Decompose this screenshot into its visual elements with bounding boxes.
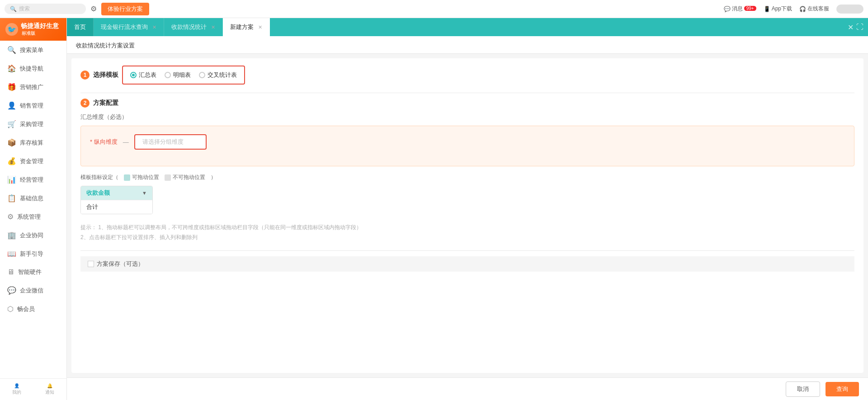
sidebar-item-operation[interactable]: 📊 经营管理 [0, 170, 66, 189]
message-icon: 💬 [724, 6, 731, 12]
search-icon: 🔍 [10, 6, 17, 12]
sidebar-item-search-menu[interactable]: 🔍 搜索菜单 [0, 41, 66, 59]
message-badge: 99+ [744, 6, 756, 11]
indicator-table-header-label: 收款金额 [86, 189, 110, 197]
legend-draggable-label: 可拖动位置 [132, 174, 159, 181]
search-bar[interactable]: 🔍 搜索 [5, 4, 86, 14]
tab-new-plan-label: 新建方案 [230, 23, 254, 31]
template-select-box: 汇总表 明细表 交叉统计表 [122, 66, 245, 85]
step2-label: 方案配置 [93, 99, 118, 107]
save-option[interactable]: 方案保存（可选） [88, 260, 847, 268]
dimension-row-label: * 纵向维度 [90, 138, 118, 146]
radio-summary-label: 汇总表 [139, 71, 156, 79]
save-checkbox[interactable] [88, 261, 94, 267]
tip2: 2、点击标题栏下拉可设置排序、插入列和删除列 [80, 233, 854, 243]
tab-new-plan-close[interactable]: ✕ [258, 24, 262, 30]
radio-summary-dot [130, 72, 137, 78]
sidebar-item-sales[interactable]: 👤 销售管理 [0, 96, 66, 115]
dimension-select[interactable]: 请选择分组维度 [134, 134, 207, 150]
sidebar-item-label: 库存核算 [20, 139, 43, 147]
sidebar-item-inventory[interactable]: 📦 库存核算 [0, 133, 66, 152]
service-label: 在线客服 [807, 5, 829, 13]
sidebar-item-label: 营销推广 [20, 83, 43, 91]
sales-icon: 👤 [7, 101, 16, 110]
close-window-icon[interactable]: ✕ [848, 23, 854, 32]
tip2-text: 2、点击标题栏下拉可设置排序、插入列和删除列 [80, 234, 198, 240]
radio-summary[interactable]: 汇总表 [130, 71, 156, 79]
tab-bank-flow-label: 现金银行流水查询 [101, 23, 148, 31]
sidebar-item-label: 新手引导 [20, 250, 43, 258]
sidebar: 🐦 畅捷通好生意 标准版 🔍 搜索菜单 🏠 快捷导航 🎁 营销推广 👤 销售管理 [0, 18, 67, 400]
top-bar-left: 🔍 搜索 ⚙ 体验行业方案 [5, 3, 724, 15]
main: 首页 现金银行流水查询 ✕ 收款情况统计 ✕ 新建方案 ✕ ✕ ⛶ 收 [67, 18, 868, 400]
purchase-icon: 🛒 [7, 120, 16, 128]
radio-detail[interactable]: 明细表 [165, 71, 191, 79]
tips-title: 提示： [80, 224, 97, 231]
maximize-icon[interactable]: ⛶ [856, 23, 863, 31]
message-label: 消息 [732, 5, 743, 13]
indicator-table: 收款金额 ▼ 合计 [80, 186, 153, 214]
tab-bank-flow[interactable]: 现金银行流水查询 ✕ [94, 18, 164, 36]
tab-collect-stats[interactable]: 收款情况统计 ✕ [164, 18, 223, 36]
sidebar-item-member[interactable]: ⬡ 畅会员 [0, 300, 66, 318]
indicator-table-cell-label: 合计 [86, 203, 98, 210]
radio-detail-label: 明细表 [173, 71, 191, 79]
settings-icon[interactable]: ⚙ [90, 5, 97, 13]
tab-home[interactable]: 首页 [67, 18, 94, 36]
sidebar-item-finance[interactable]: 💰 资金管理 [0, 152, 66, 170]
logo-text: 畅捷通好生意 标准版 [21, 22, 59, 37]
finance-icon: 💰 [7, 157, 16, 165]
sidebar-item-enterprise[interactable]: 🏢 企业协同 [0, 226, 66, 245]
top-bar-right: 💬 消息 99+ 📱 App下载 🎧 在线客服 [724, 5, 863, 14]
sidebar-item-label: 搜索菜单 [20, 46, 43, 54]
tips-area: 提示： 1、拖动标题栏可以调整布局，不可跨维度或指标区域拖动栏目字段（只能在同一… [80, 223, 854, 242]
guide-icon: 📖 [7, 249, 16, 258]
message-btn[interactable]: 💬 消息 99+ [724, 5, 756, 13]
tab-bar-controls: ✕ ⛶ [843, 23, 868, 32]
step1-title: 1 选择模板 汇总表 [80, 66, 854, 85]
cancel-button[interactable]: 取消 [786, 381, 820, 397]
dimension-arrow: — [123, 139, 129, 146]
sidebar-bottom-item2[interactable]: 🔔 通知 [45, 383, 54, 395]
step1-section: 1 选择模板 汇总表 [80, 66, 854, 85]
sidebar-item-label: 采购管理 [20, 120, 43, 128]
indicator-title-bar: 模板指标设定（ 可拖动位置 不可拖动位置 ） [80, 174, 854, 181]
logo-area: 🐦 畅捷通好生意 标准版 [0, 18, 66, 41]
search-placeholder-text: 搜索 [19, 5, 30, 13]
indicator-table-cell: 合计 [81, 200, 152, 214]
dimension-subsection: 汇总维度（必选） * 纵向维度 — 请选择分组维度 [80, 113, 854, 166]
tab-new-plan[interactable]: 新建方案 ✕ [223, 18, 270, 36]
user-avatar[interactable] [836, 5, 863, 14]
dimension-area: * 纵向维度 — 请选择分组维度 [80, 126, 854, 166]
tab-collect-stats-close[interactable]: ✕ [211, 24, 215, 30]
sidebar-item-wechat[interactable]: 💬 企业微信 [0, 281, 66, 300]
sidebar-item-purchase[interactable]: 🛒 采购管理 [0, 115, 66, 133]
service-btn[interactable]: 🎧 在线客服 [799, 5, 829, 13]
industry-btn[interactable]: 体验行业方案 [101, 3, 149, 15]
quick-nav-icon: 🏠 [7, 64, 16, 73]
indicator-section-close-paren: ） [211, 174, 216, 181]
sidebar-item-hardware[interactable]: 🖥 智能硬件 [0, 263, 66, 281]
tip1-text: 1、拖动标题栏可以调整布局，不可跨维度或指标区域拖动栏目字段（只能在同一维度或指… [98, 224, 362, 231]
tab-bank-flow-close[interactable]: ✕ [152, 24, 156, 30]
sidebar-item-basic-info[interactable]: 📋 基础信息 [0, 189, 66, 207]
sidebar-item-quick-nav[interactable]: 🏠 快捷导航 [0, 59, 66, 78]
indicator-table-header[interactable]: 收款金额 ▼ [81, 186, 152, 200]
indicator-section: 模板指标设定（ 可拖动位置 不可拖动位置 ） [80, 174, 854, 242]
tab-collect-stats-label: 收款情况统计 [171, 23, 207, 31]
query-button[interactable]: 查询 [826, 382, 859, 396]
sidebar-item-label: 畅会员 [17, 305, 35, 313]
sidebar-bottom-item1[interactable]: 👤 我的 [12, 383, 21, 395]
sidebar-item-label: 快捷导航 [20, 65, 43, 73]
sidebar-item-label: 资金管理 [20, 157, 43, 165]
step2-section: 2 方案配置 汇总维度（必选） * 纵向维度 — 请选择分组维度 [80, 99, 854, 242]
page-header-title: 收款情况统计方案设置 [76, 42, 135, 49]
divider2 [80, 250, 854, 251]
sidebar-item-system[interactable]: ⚙ 系统管理 [0, 207, 66, 226]
sidebar-item-guide[interactable]: 📖 新手引导 [0, 245, 66, 263]
download-btn[interactable]: 📱 App下载 [764, 5, 792, 13]
sidebar-item-label: 系统管理 [17, 213, 41, 221]
sidebar-item-marketing[interactable]: 🎁 营销推广 [0, 78, 66, 96]
dimension-row: * 纵向维度 — 请选择分组维度 [90, 134, 845, 150]
radio-cross[interactable]: 交叉统计表 [199, 71, 237, 79]
